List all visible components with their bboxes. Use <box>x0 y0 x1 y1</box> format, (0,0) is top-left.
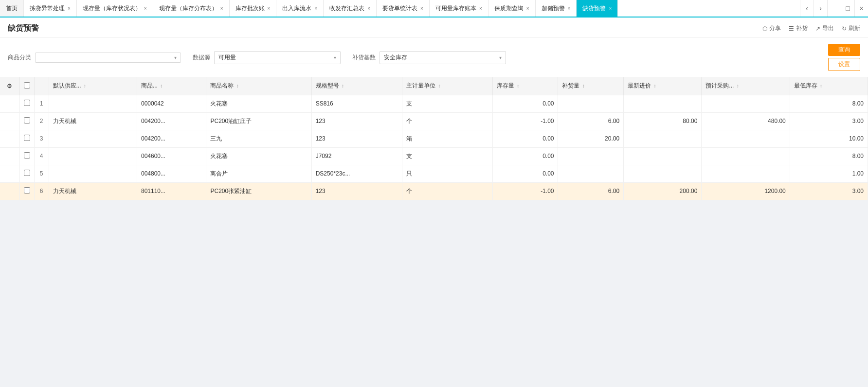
row-latest-price-3 <box>624 147 702 165</box>
row-min-stock-0: 8.00 <box>790 95 868 112</box>
tab-scroll-right[interactable]: › <box>814 0 827 17</box>
gear-header-icon[interactable]: ⚙ <box>7 83 12 89</box>
row-unit-3: 支 <box>402 147 493 165</box>
select-all-checkbox[interactable] <box>24 82 30 88</box>
replenish-button[interactable]: ☰ 补货 <box>789 24 808 33</box>
replenish-base-select[interactable]: 安全库存 ▾ <box>380 51 506 64</box>
tab-abnormal[interactable]: 拣货异常处理 × <box>24 0 77 17</box>
row-spec-5: 123 <box>311 182 402 200</box>
col-stock[interactable]: 库存量 ↕ <box>492 77 558 95</box>
row-stock-4: 0.00 <box>492 165 558 182</box>
category-select[interactable]: ▾ <box>35 53 181 63</box>
row-checkbox-0[interactable] <box>24 100 30 106</box>
replenish-sort-icon: ↕ <box>582 83 585 88</box>
row-estimated-0 <box>702 95 790 112</box>
share-button[interactable]: ⬡ 分享 <box>762 24 781 33</box>
filter-replenish-base: 补货基数 安全库存 ▾ <box>352 51 506 64</box>
col-product-name[interactable]: 商品名称 ↕ <box>206 77 311 95</box>
stock-sort-icon: ↕ <box>517 83 519 88</box>
col-checkbox-header[interactable] <box>19 77 34 95</box>
tab-close-batch[interactable]: × <box>268 6 271 11</box>
export-button[interactable]: ↗ 导出 <box>815 24 834 33</box>
tab-close-summary[interactable]: × <box>367 6 370 11</box>
settings-button[interactable]: 设置 <box>828 58 860 71</box>
refresh-button[interactable]: ↻ 刷新 <box>842 24 860 33</box>
row-gear-4 <box>0 165 19 182</box>
row-spec-1: 123 <box>311 112 402 130</box>
row-checkbox-1[interactable] <box>24 117 30 123</box>
row-num-2: 3 <box>34 130 49 147</box>
row-checkbox-3[interactable] <box>24 152 30 158</box>
row-gear-2 <box>0 130 19 147</box>
col-min-stock[interactable]: 最低库存 ↕ <box>790 77 868 95</box>
row-checkbox-5[interactable] <box>24 187 30 194</box>
row-unit-2: 箱 <box>402 130 493 147</box>
row-stock-0: 0.00 <box>492 95 558 112</box>
col-product-code[interactable]: 商品... ↕ <box>137 77 206 95</box>
row-num-4: 5 <box>34 165 49 182</box>
row-checkbox-cell-3[interactable] <box>19 147 34 165</box>
col-gear[interactable]: ⚙ <box>0 77 19 95</box>
tab-stock-dist[interactable]: 现存量（库存分布表） × <box>153 0 230 17</box>
col-estimated[interactable]: 预计采购... ↕ <box>702 77 790 95</box>
row-checkbox-cell-4[interactable] <box>19 165 34 182</box>
window-close[interactable]: × <box>854 0 868 17</box>
row-product-name-4: 离合片 <box>206 165 311 182</box>
tab-close-flow[interactable]: × <box>314 6 317 11</box>
row-checkbox-2[interactable] <box>24 135 30 141</box>
tab-expiry[interactable]: 保质期查询 × <box>488 0 536 17</box>
col-unit[interactable]: 主计量单位 ↕ <box>402 77 493 95</box>
tab-available[interactable]: 可用量库存账本 × <box>430 0 488 17</box>
row-gear-5 <box>0 182 19 200</box>
row-product-name-3: 火花塞 <box>206 147 311 165</box>
tab-summary[interactable]: 收发存汇总表 × <box>324 0 377 17</box>
datasource-select[interactable]: 可用量 ▾ <box>214 51 341 64</box>
row-checkbox-cell-2[interactable] <box>19 130 34 147</box>
tab-close-expiry[interactable]: × <box>526 6 529 11</box>
row-replenish-2: 20.00 <box>558 130 624 147</box>
table-body: 1 0000042 火花塞 SS816 支 0.00 8.00 2 力天机械 0… <box>0 95 868 200</box>
tab-close-shortage[interactable]: × <box>609 6 612 11</box>
data-table: ⚙ 默认供应... ↕ 商品... ↕ 商品名称 <box>0 77 868 200</box>
row-replenish-0 <box>558 95 624 112</box>
row-estimated-4 <box>702 165 790 182</box>
tab-close-abnormal[interactable]: × <box>68 6 71 11</box>
row-checkbox-4[interactable] <box>24 170 30 176</box>
col-replenish[interactable]: 补货量 ↕ <box>558 77 624 95</box>
row-stock-1: -1.00 <box>492 112 558 130</box>
tab-home[interactable]: 首页 <box>0 0 24 17</box>
tab-close-stock-status[interactable]: × <box>144 6 147 11</box>
row-checkbox-cell-0[interactable] <box>19 95 34 112</box>
row-checkbox-cell-5[interactable] <box>19 182 34 200</box>
tab-scroll-left[interactable]: ‹ <box>800 0 814 17</box>
col-supplier[interactable]: 默认供应... ↕ <box>49 77 137 95</box>
tab-shortage[interactable]: 缺货预警 × <box>577 0 618 17</box>
tab-stock-status[interactable]: 现存量（库存状况表） × <box>77 0 153 17</box>
row-checkbox-cell-1[interactable] <box>19 112 34 130</box>
filter-bar: 商品分类 ▾ 数据源 可用量 ▾ 补货基数 安全库存 ▾ 查询 设置 <box>0 38 868 77</box>
window-maximize[interactable]: □ <box>841 0 854 17</box>
col-latest-price[interactable]: 最新进价 ↕ <box>624 77 702 95</box>
row-min-stock-1: 3.00 <box>790 112 868 130</box>
row-estimated-3 <box>702 147 790 165</box>
tab-close-available[interactable]: × <box>479 6 482 11</box>
replenish-base-label: 补货基数 <box>352 53 376 62</box>
tab-overstock[interactable]: 超储预警 × <box>536 0 577 17</box>
tab-close-overstock[interactable]: × <box>568 6 571 11</box>
window-minimize[interactable]: — <box>827 0 841 17</box>
refresh-icon: ↻ <box>842 25 847 32</box>
tab-close-requisition[interactable]: × <box>420 6 423 11</box>
category-dropdown-icon: ▾ <box>174 55 177 60</box>
table-header-row: ⚙ 默认供应... ↕ 商品... ↕ 商品名称 <box>0 77 868 95</box>
query-button[interactable]: 查询 <box>828 44 860 56</box>
tab-flow[interactable]: 出入库流水 × <box>276 0 324 17</box>
tab-batch[interactable]: 库存批次账 × <box>230 0 277 17</box>
spec-sort-icon: ↕ <box>342 83 344 88</box>
tab-requisition[interactable]: 要货单统计表 × <box>377 0 430 17</box>
row-unit-0: 支 <box>402 95 493 112</box>
tab-close-stock-dist[interactable]: × <box>220 6 223 11</box>
datasource-label: 数据源 <box>193 53 210 62</box>
row-replenish-5: 6.00 <box>558 182 624 200</box>
col-spec[interactable]: 规格型号 ↕ <box>311 77 402 95</box>
export-icon: ↗ <box>815 25 820 32</box>
